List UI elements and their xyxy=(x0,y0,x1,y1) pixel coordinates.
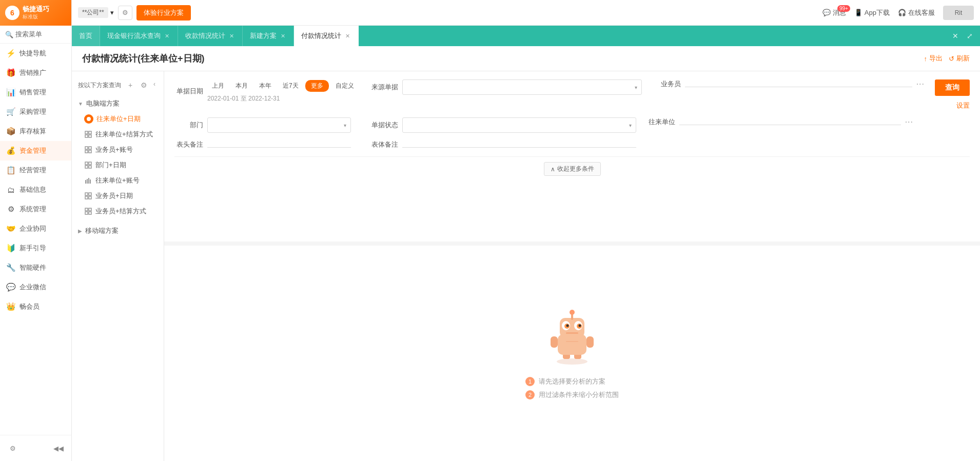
industry-btn[interactable]: 体验行业方案 xyxy=(136,5,191,21)
date-btn-last-month[interactable]: 上月 xyxy=(207,79,229,92)
staff-dots-btn[interactable]: ··· xyxy=(916,79,925,89)
sidebar-item-label: 销售管理 xyxy=(19,88,46,97)
search-menu[interactable]: 🔍 搜索菜单 xyxy=(0,26,71,44)
filter-row-2: 部门 ▾ 单据状态 ▾ xyxy=(174,117,970,133)
mobile-group-arrow: ▶ xyxy=(78,228,82,234)
scheme-item-staff-account[interactable]: 业务员+账号 xyxy=(72,142,164,157)
sidebar-collapse-btn[interactable]: ◀◀ xyxy=(51,440,66,456)
hardware-icon: 🔧 xyxy=(6,263,15,272)
tab-bank-flow[interactable]: 现金银行流水查询 ✕ xyxy=(100,26,178,46)
tab-new-scheme-close[interactable]: ✕ xyxy=(280,32,286,41)
scheme-item-staff-date[interactable]: 业务员+日期 xyxy=(72,188,164,204)
user-avatar[interactable]: Rit xyxy=(943,6,974,20)
date-btn-last-7[interactable]: 近7天 xyxy=(278,79,303,92)
filter-row-1: 单据日期 上月 本月 本年 近7天 更多 自定义 20 xyxy=(174,79,970,110)
tab-payment-stats[interactable]: 付款情况统计 ✕ xyxy=(294,26,359,46)
staff-date-icon xyxy=(84,192,92,200)
sidebar-item-quick-nav[interactable]: ⚡ 快捷导航 xyxy=(0,44,71,63)
svg-rect-12 xyxy=(89,166,91,168)
query-btn[interactable]: 查询 xyxy=(935,79,970,96)
sidebar-item-purchase[interactable]: 🛒 采购管理 xyxy=(0,102,71,122)
scheme-group-mobile-header[interactable]: ▶ 移动端方案 xyxy=(72,223,164,238)
sidebar-item-marketing[interactable]: 🎁 营销推广 xyxy=(0,63,71,83)
sidebar-item-system[interactable]: ⚙ 系统管理 xyxy=(0,199,71,219)
scheme-settings-btn[interactable]: ⚙ xyxy=(138,79,149,91)
tab-payment-stats-close[interactable]: ✕ xyxy=(344,32,351,41)
date-btn-more[interactable]: 更多 xyxy=(305,80,329,92)
sidebar-item-wechat[interactable]: 💬 企业微信 xyxy=(0,277,71,297)
marketing-icon: 🎁 xyxy=(6,68,15,77)
sales-icon: 📊 xyxy=(6,88,15,97)
sidebar-item-member[interactable]: 👑 畅会员 xyxy=(0,297,71,316)
svg-rect-7 xyxy=(85,150,88,153)
filter-item-body-note: 表体备注 xyxy=(369,140,636,149)
content-wrapper: 按以下方案查询 + ⚙ ‹ ▼ 电脑端方案 xyxy=(72,71,980,461)
company-selector[interactable]: **公司** ▾ xyxy=(78,7,114,18)
online-service-btn[interactable]: 🎧 在线客服 xyxy=(898,8,935,17)
export-label: 导出 xyxy=(929,54,943,63)
collapse-bar: ∧ 收起更多条件 xyxy=(174,156,970,181)
scheme-add-btn[interactable]: + xyxy=(125,79,136,91)
logo-sub: 标准版 xyxy=(23,13,49,21)
svg-rect-18 xyxy=(89,193,91,195)
dept-select[interactable]: ▾ xyxy=(207,117,351,133)
date-btn-this-year[interactable]: 本年 xyxy=(254,79,276,92)
messages-btn[interactable]: 💬 消息 99+ xyxy=(822,8,846,17)
doc-status-select[interactable]: ▾ xyxy=(402,117,636,133)
scheme-item-partner-account[interactable]: 往来单位+账号 xyxy=(72,173,164,188)
tab-new-scheme[interactable]: 新建方案 ✕ xyxy=(243,26,294,46)
partner-dots-btn[interactable]: ··· xyxy=(905,117,913,127)
date-btns: 上月 本月 本年 近7天 更多 自定义 xyxy=(207,79,359,92)
online-service-label: 在线客服 xyxy=(908,8,935,17)
scheme-item-dept-date[interactable]: 部门+日期 xyxy=(72,157,164,173)
tabbar: 首页 现金银行流水查询 ✕ 收款情况统计 ✕ 新建方案 ✕ 付款情况统计 ✕ ✕… xyxy=(72,26,980,46)
filter-item-date: 单据日期 上月 本月 本年 近7天 更多 自定义 20 xyxy=(174,79,359,103)
page-header-actions: ↑ 导出 ↺ 刷新 xyxy=(924,54,970,63)
svg-rect-22 xyxy=(89,208,91,211)
headset-icon: 🎧 xyxy=(898,9,906,16)
svg-point-38 xyxy=(566,324,569,327)
topbar-settings-btn[interactable]: ⚙ xyxy=(118,6,132,20)
source-doc-arrow: ▾ xyxy=(635,85,637,90)
scheme-item-partner-date[interactable]: 往来单位+日期 xyxy=(72,111,164,127)
scheme-item-staff-settle[interactable]: 业务员+结算方式 xyxy=(72,204,164,219)
tab-close-all-btn[interactable]: ✕ xyxy=(949,30,962,42)
app-download-btn[interactable]: 📱 App下载 xyxy=(854,8,890,17)
sidebar-item-sales[interactable]: 📊 销售管理 xyxy=(0,83,71,102)
sidebar-item-enterprise[interactable]: 🤝 企业协同 xyxy=(0,219,71,238)
sidebar-item-basic-info[interactable]: 🗂 基础信息 xyxy=(0,180,71,199)
refresh-btn[interactable]: ↺ 刷新 xyxy=(949,54,970,63)
sidebar-item-hardware[interactable]: 🔧 智能硬件 xyxy=(0,258,71,277)
scheme-item-staff-date-label: 业务员+日期 xyxy=(95,191,158,201)
filter-settings-link[interactable]: 设置 xyxy=(956,101,970,110)
sidebar-item-label: 企业协同 xyxy=(19,224,46,233)
scheme-item-partner-account-label: 往来单位+账号 xyxy=(95,176,158,185)
sidebar-item-inventory[interactable]: 📦 库存核算 xyxy=(0,122,71,141)
date-btn-custom[interactable]: 自定义 xyxy=(331,79,359,92)
tab-home[interactable]: 首页 xyxy=(72,26,100,46)
collapse-conditions-btn[interactable]: ∧ 收起更多条件 xyxy=(544,162,601,176)
body-note-input[interactable] xyxy=(402,142,636,148)
svg-rect-14 xyxy=(87,179,88,184)
sidebar-item-guide[interactable]: 🔰 新手引导 xyxy=(0,238,71,258)
tab-receipt-stats-label: 收款情况统计 xyxy=(185,31,225,41)
sidebar-settings-btn[interactable]: ⚙ xyxy=(5,440,21,456)
partner-date-icon xyxy=(84,114,93,124)
tab-expand-btn[interactable]: ⤢ xyxy=(964,30,976,42)
tab-receipt-stats[interactable]: 收款情况统计 ✕ xyxy=(178,26,243,46)
date-btn-this-month[interactable]: 本月 xyxy=(231,79,252,92)
guide-icon: 🔰 xyxy=(6,244,15,253)
sidebar-item-capital[interactable]: 💰 资金管理 xyxy=(0,141,71,161)
export-btn[interactable]: ↑ 导出 xyxy=(924,54,943,63)
svg-rect-11 xyxy=(85,166,88,168)
avatar-text: Rit xyxy=(955,9,963,16)
tab-bank-flow-close[interactable]: ✕ xyxy=(164,32,170,41)
scheme-collapse-btn[interactable]: ‹ xyxy=(151,79,158,91)
head-note-input[interactable] xyxy=(207,142,351,148)
source-doc-select[interactable]: ▾ xyxy=(402,79,642,95)
sidebar-item-operations[interactable]: 📋 经营管理 xyxy=(0,161,71,180)
pc-group-arrow: ▼ xyxy=(78,101,83,107)
scheme-item-partner-settle[interactable]: 往来单位+结算方式 xyxy=(72,127,164,142)
tab-receipt-stats-close[interactable]: ✕ xyxy=(228,32,235,41)
scheme-group-pc-header[interactable]: ▼ 电脑端方案 xyxy=(72,96,164,111)
